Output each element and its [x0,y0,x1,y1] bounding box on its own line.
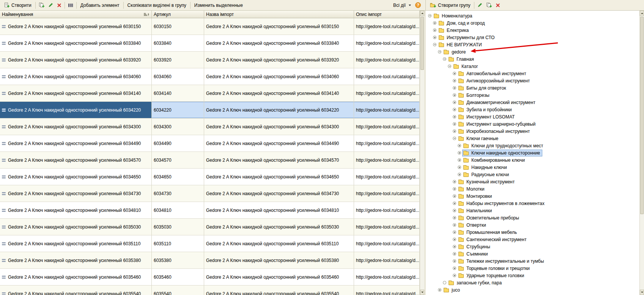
cell-import-desc[interactable]: http://gedore-tool.ru/catalog/d... [354,252,420,268]
cell-article[interactable]: 6033920 [152,52,204,68]
cell-import-name[interactable]: Gedore 2 A Ключ накидной односторонний у… [204,269,354,285]
cell-import-name[interactable]: Gedore 2 A Ключ накидной односторонний у… [204,135,354,151]
cell-name[interactable]: Gedore 2 A Ключ накидной односторонний у… [0,185,152,202]
scroll-up-button[interactable] [640,11,644,16]
tree-item[interactable]: Зубила и пробойники [426,106,639,113]
tree-item[interactable]: Ключи для труднодоступных мест [426,142,639,149]
cell-article[interactable]: 6034730 [152,185,204,202]
table-row[interactable]: Gedore 2 A Ключ накидной односторонний у… [0,18,420,35]
add-element-button[interactable]: Добавить элемент [78,1,122,9]
tree-node[interactable]: Промышленная мебель [458,229,519,235]
tree-node[interactable]: НЕ ВИГРУЖАТИ [438,42,484,48]
tree-node[interactable]: Електрика [438,27,471,33]
cell-name[interactable]: Gedore 2 A Ключ накидной односторонний у… [0,286,152,295]
tree-item[interactable]: Инструмент LOSOMAT [426,113,639,120]
create-group-button[interactable]: Створити групу [427,1,473,9]
tree-item[interactable]: Наборы инструментов в ложементах [426,200,639,207]
table-row[interactable]: Gedore 2 A Ключ накидной односторонний у… [0,219,420,235]
tree-node[interactable]: Струбцины [458,244,492,250]
cell-name[interactable]: Gedore 2 A Ключ накидной односторонний у… [0,18,152,35]
tree-item[interactable]: Комбинированные ключи [426,156,639,164]
table-row[interactable]: Gedore 2 A Ключ накидной односторонний у… [0,152,420,169]
table-row[interactable]: Gedore 2 A Ключ накидной односторонний у… [0,135,420,152]
tree-node[interactable]: Осветительные приборы [458,215,521,221]
tree-item[interactable]: Молотки [426,185,639,192]
cell-article[interactable]: 6035460 [152,269,204,285]
tree-node[interactable]: Инструменты для СТО [438,35,496,41]
expand-icon[interactable] [453,216,456,219]
table-row[interactable]: Gedore 2 A Ключ накидной односторонний у… [0,235,420,252]
delete-item-button[interactable] [55,2,63,9]
tree-item[interactable]: Струбцины [426,243,639,250]
tree-node[interactable]: Отвертки [458,222,488,228]
cell-name[interactable]: Gedore 2 A Ключ накидной односторонний у… [0,202,152,218]
expand-icon[interactable] [458,151,461,155]
expand-icon[interactable] [453,209,456,212]
cell-article[interactable]: 6030150 [152,18,204,35]
edit-group-button[interactable] [476,1,484,9]
expand-icon[interactable] [453,108,456,111]
tree-node[interactable]: Главная [448,56,476,62]
expand-icon[interactable] [453,187,456,191]
cell-import-desc[interactable]: http://gedore-tool.ru/catalog/d... [354,135,420,151]
tree-node[interactable]: Наборы инструментов в ложементах [458,200,546,207]
column-header-name[interactable]: Найменування [0,11,152,18]
tree-node[interactable]: Искробезопасный инструмент [458,128,532,134]
tree-node[interactable]: Автомобильный инструмент [458,71,528,77]
tree-node[interactable]: Молотки [458,186,487,192]
table-row[interactable]: Gedore 2 A Ключ накидной односторонний у… [0,35,420,52]
expand-icon[interactable] [458,158,461,162]
expand-icon[interactable] [453,267,456,270]
cell-import-desc[interactable]: http://gedore-tool.ru/catalog/d... [354,152,420,168]
tree-item[interactable]: Ключи накидные односторонние [426,149,639,156]
cell-name[interactable]: Gedore 2 A Ключ накидной односторонний у… [0,35,152,51]
tree-node[interactable]: Комбинированные ключи [463,157,527,163]
tree-item[interactable]: Автомобильный инструмент [426,70,639,77]
expand-icon[interactable] [453,238,456,241]
cell-import-desc[interactable]: http://gedore-tool.ru/catalog/d... [354,235,420,252]
tree-node[interactable]: Ключи для труднодоступных мест [463,143,545,149]
tree-item[interactable]: Искробезопасный инструмент [426,128,639,135]
expand-icon[interactable] [453,194,456,198]
table-row[interactable]: Gedore 2 A Ключ накидной односторонний у… [0,252,420,269]
cell-article[interactable]: 6035030 [152,219,204,235]
expand-icon[interactable] [453,245,456,248]
empty-node-icon[interactable] [443,281,446,284]
tree-scrollbar[interactable] [639,11,644,295]
collapse-icon[interactable] [438,50,441,54]
cell-article[interactable]: 6034300 [152,118,204,135]
tree-node[interactable]: Ключи накидные односторонние [463,150,542,156]
cell-name[interactable]: Gedore 2 A Ключ накидной односторонний у… [0,235,152,252]
cell-import-desc[interactable]: http://gedore-tool.ru/catalog/d... [354,68,420,85]
edit-selected-button[interactable]: Изменить выделенные [192,1,246,9]
expand-icon[interactable] [458,166,461,169]
expand-icon[interactable] [453,101,456,104]
cell-name[interactable]: Gedore 2 A Ключ накидной односторонний у… [0,102,152,118]
expand-icon[interactable] [453,274,456,277]
cell-import-name[interactable]: Gedore 2 A Ключ накидной односторонний у… [204,152,354,168]
help-icon[interactable]: ? [415,2,421,8]
table-row[interactable]: Gedore 2 A Ключ накидной односторонний у… [0,118,420,135]
tree-item[interactable]: Каталог [426,63,639,70]
tree-item[interactable]: Сантехнический инструмент [426,236,639,243]
expand-icon[interactable] [453,259,456,263]
expand-icon[interactable] [433,28,436,32]
expand-icon[interactable] [453,252,456,256]
expand-icon[interactable] [453,180,456,183]
cell-article[interactable]: 6034570 [152,152,204,168]
cell-article[interactable]: 6033840 [152,35,204,51]
cell-import-name[interactable]: Gedore 2 A Ключ накидной односторонний у… [204,18,354,35]
tree-item[interactable]: Електрика [426,27,639,34]
cell-name[interactable]: Gedore 2 A Ключ накидной односторонний у… [0,219,152,235]
copy-selected-to-group-button[interactable]: Скопіювати виділені в групу [125,1,189,9]
tree-item[interactable]: Ключи гаечные [426,135,639,142]
tree-item[interactable]: Дом, сад и огород [426,19,639,27]
edit-item-button[interactable] [46,1,55,9]
expand-icon[interactable] [433,21,436,25]
expand-icon[interactable] [453,86,456,90]
tree-item[interactable]: Осветительные приборы [426,214,639,221]
cell-import-name[interactable]: Gedore 2 A Ключ накидной односторонний у… [204,85,354,101]
cell-import-name[interactable]: Gedore 2 A Ключ накидной односторонний у… [204,68,354,85]
cell-name[interactable]: Gedore 2 A Ключ накидной односторонний у… [0,68,152,85]
tree-item[interactable]: Монтировки [426,192,639,200]
